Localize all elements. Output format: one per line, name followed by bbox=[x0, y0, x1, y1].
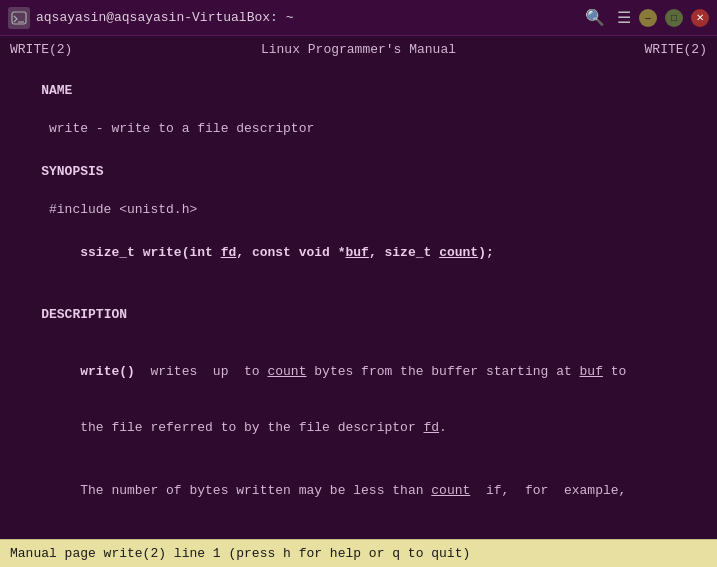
desc-para2-line1: The number of bytes written may be less … bbox=[10, 463, 707, 520]
menu-icon[interactable]: ☰ bbox=[617, 8, 631, 28]
titlebar-controls: 🔍 ☰ – □ ✕ bbox=[581, 8, 709, 28]
search-icon[interactable]: 🔍 bbox=[585, 8, 605, 28]
name-section-body: write - write to a file descriptor bbox=[10, 120, 707, 139]
synopsis-sig: ssize_t write(int fd, const void *buf, s… bbox=[10, 225, 707, 282]
description-section-title: DESCRIPTION bbox=[10, 287, 707, 344]
terminal-icon bbox=[8, 7, 30, 29]
header-right: WRITE(2) bbox=[645, 42, 707, 57]
man-header: WRITE(2) Linux Programmer's Manual WRITE… bbox=[10, 42, 707, 57]
header-center: Linux Programmer's Manual bbox=[261, 42, 456, 57]
statusbar: Manual page write(2) line 1 (press h for… bbox=[0, 539, 717, 567]
desc-para1-line1: write() writes up to count bytes from th… bbox=[10, 344, 707, 401]
minimize-button[interactable]: – bbox=[639, 9, 657, 27]
titlebar-left: aqsayasin@aqsayasin-VirtualBox: ~ bbox=[8, 7, 293, 29]
desc-para1-line2: the file referred to by the file descrip… bbox=[10, 400, 707, 457]
maximize-button[interactable]: □ bbox=[665, 9, 683, 27]
synopsis-include: #include <unistd.h> bbox=[10, 201, 707, 220]
terminal-content: WRITE(2) Linux Programmer's Manual WRITE… bbox=[0, 36, 717, 539]
titlebar: aqsayasin@aqsayasin-VirtualBox: ~ 🔍 ☰ – … bbox=[0, 0, 717, 36]
synopsis-section-title: SYNOPSIS bbox=[10, 144, 707, 201]
header-left: WRITE(2) bbox=[10, 42, 72, 57]
close-button[interactable]: ✕ bbox=[691, 9, 709, 27]
statusbar-text: Manual page write(2) line 1 (press h for… bbox=[10, 546, 470, 561]
desc-para2-line2: there is insufficient space on the under… bbox=[10, 519, 707, 539]
name-section-title: NAME bbox=[10, 63, 707, 120]
window-title: aqsayasin@aqsayasin-VirtualBox: ~ bbox=[36, 10, 293, 25]
